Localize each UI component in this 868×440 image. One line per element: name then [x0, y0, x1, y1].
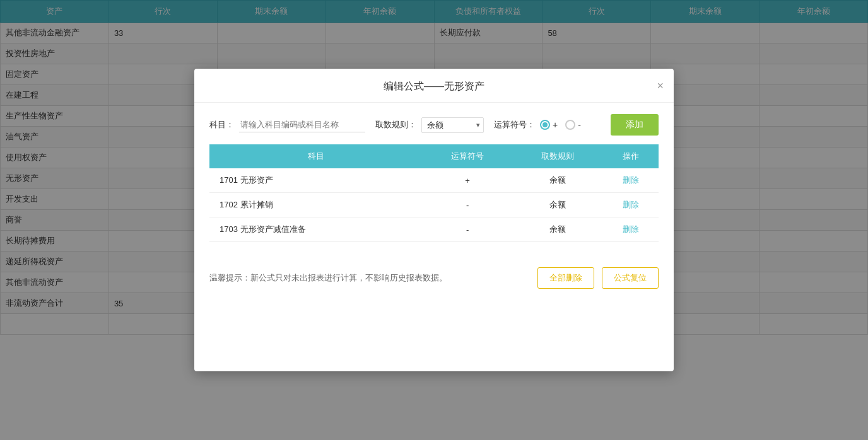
- footer-tip: 温馨提示：新公式只对未出报表进行计算，不影响历史报表数据。: [209, 272, 447, 284]
- subject-group: 科目：: [209, 117, 365, 132]
- fetch-rule-select[interactable]: 余额 借方 贷方 借方发生额 贷方发生额: [421, 117, 484, 133]
- formula-action-cell: 删除: [603, 168, 659, 193]
- formula-table: 科目 运算符号 取数规则 操作 1701 无形资产+余额删除1702 累计摊销-…: [209, 144, 659, 242]
- formula-action-cell: 删除: [603, 193, 659, 217]
- formula-table-row: 1703 无形资产减值准备-余额删除: [209, 217, 659, 242]
- formula-table-header-row: 科目 运算符号 取数规则 操作: [209, 144, 659, 168]
- formula-table-row: 1702 累计摊销-余额删除: [209, 193, 659, 217]
- operator-minus-label: -: [578, 120, 581, 130]
- formula-subject-cell: 1703 无形资产减值准备: [209, 217, 423, 242]
- formula-table-wrap: 科目 运算符号 取数规则 操作 1701 无形资产+余额删除1702 累计摊销-…: [194, 144, 674, 242]
- edit-formula-modal: 编辑公式——无形资产 × 科目： 取数规则： 余额 借方 贷方 借方发生额 贷方…: [194, 69, 674, 371]
- radio-plus-circle: [540, 120, 550, 130]
- operator-plus-radio[interactable]: +: [540, 120, 558, 130]
- modal-form-row: 科目： 取数规则： 余额 借方 贷方 借方发生额 贷方发生额 运算符号：: [194, 103, 674, 144]
- fetch-rule-group: 取数规则： 余额 借方 贷方 借方发生额 贷方发生额: [375, 117, 484, 133]
- formula-action-cell: 删除: [603, 217, 659, 242]
- delete-row-button[interactable]: 删除: [623, 199, 639, 211]
- th-operator: 运算符号: [423, 144, 513, 168]
- th-action: 操作: [603, 144, 659, 168]
- operator-radio-group: + -: [540, 120, 581, 130]
- formula-subject-cell: 1701 无形资产: [209, 168, 423, 193]
- footer-buttons: 全部删除 公式复位: [537, 267, 659, 289]
- radio-minus-circle: [565, 120, 575, 130]
- delete-row-button[interactable]: 删除: [623, 224, 639, 235]
- operator-group: 运算符号： + -: [494, 119, 581, 130]
- reset-formula-button[interactable]: 公式复位: [602, 267, 659, 289]
- operator-minus-radio[interactable]: -: [565, 120, 581, 130]
- fetch-rule-select-wrap: 余额 借方 贷方 借方发生额 贷方发生额: [421, 117, 484, 133]
- modal-title: 编辑公式——无形资产: [384, 81, 484, 91]
- modal-close-button[interactable]: ×: [657, 80, 664, 91]
- formula-fetch-rule-cell: 余额: [513, 193, 603, 217]
- formula-fetch-rule-cell: 余额: [513, 217, 603, 242]
- operator-label: 运算符号：: [494, 119, 535, 130]
- formula-fetch-rule-cell: 余额: [513, 168, 603, 193]
- formula-table-row: 1701 无形资产+余额删除: [209, 168, 659, 193]
- fetch-rule-label: 取数规则：: [375, 119, 416, 130]
- subject-input[interactable]: [239, 117, 365, 132]
- th-fetch-rule: 取数规则: [513, 144, 603, 168]
- add-button[interactable]: 添加: [611, 114, 659, 136]
- delete-row-button[interactable]: 删除: [623, 175, 639, 186]
- formula-subject-cell: 1702 累计摊销: [209, 193, 423, 217]
- modal-footer: 温馨提示：新公式只对未出报表进行计算，不影响历史报表数据。 全部删除 公式复位: [194, 257, 674, 289]
- formula-operator-cell: +: [423, 168, 513, 193]
- delete-all-button[interactable]: 全部删除: [537, 267, 594, 289]
- formula-operator-cell: -: [423, 217, 513, 242]
- formula-operator-cell: -: [423, 193, 513, 217]
- operator-plus-label: +: [553, 120, 558, 130]
- modal-overlay: 编辑公式——无形资产 × 科目： 取数规则： 余额 借方 贷方 借方发生额 贷方…: [0, 0, 868, 440]
- th-subject: 科目: [209, 144, 423, 168]
- modal-header: 编辑公式——无形资产 ×: [194, 69, 674, 103]
- subject-label: 科目：: [209, 119, 234, 130]
